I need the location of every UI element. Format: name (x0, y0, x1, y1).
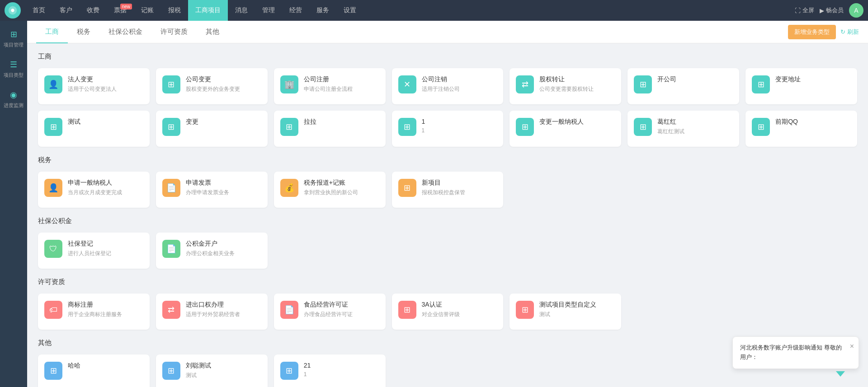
card-哈哈[interactable]: ⊞哈哈 (38, 354, 150, 387)
card-食品经营许可证[interactable]: 📄食品经营许可证办理食品经营许可证 (274, 294, 386, 330)
nav-item-客户[interactable]: 客户 (52, 0, 80, 21)
card-info-开公司: 开公司 (657, 75, 733, 85)
card-测试[interactable]: ⊞测试 (38, 111, 150, 147)
sidebar-item-进度监测[interactable]: ◉进度监测 (2, 86, 25, 112)
nav-item-记账[interactable]: 记账 (134, 0, 161, 21)
card-icon-食品经营许可证: 📄 (280, 301, 298, 319)
sub-tabs: 工商税务社保公积金许可资质其他新增业务类型↻刷新 (27, 21, 868, 43)
card-申请一般纳税人[interactable]: 👤申请一般纳税人当月或次月成变更完成 (38, 172, 150, 208)
card-name-前期QQ: 前期QQ (775, 118, 851, 126)
nav-item-票据[interactable]: 票据new (107, 0, 134, 21)
card-股权转让[interactable]: ⇄股权转让公司变更需要股权转让 (509, 68, 621, 104)
card-刘聪测试[interactable]: ⊞刘聪测试测试 (156, 354, 268, 387)
nav-items: 首页客户收费票据new记账报税工商项目消息管理经营服务设置 (25, 0, 795, 21)
nav-item-工商项目[interactable]: 工商项目 (188, 0, 228, 21)
logo[interactable] (5, 2, 21, 19)
nav-item-经营[interactable]: 经营 (282, 0, 309, 21)
card-变更[interactable]: ⊞变更 (156, 111, 268, 147)
card-name-变更一般纳税人: 变更一般纳税人 (539, 118, 615, 126)
card-name-申请发票: 申请发票 (186, 179, 261, 187)
section-title-工商: 工商 (38, 52, 857, 61)
nav-item-设置[interactable]: 设置 (336, 0, 363, 21)
new-type-button[interactable]: 新增业务类型 (788, 25, 836, 39)
card-公司注册[interactable]: 🏢公司注册申请公司注册全流程 (274, 68, 386, 104)
card-name-21: 21 (304, 362, 379, 369)
nav-item-收费[interactable]: 收费 (80, 0, 107, 21)
card-icon-前期QQ: ⊞ (752, 118, 770, 136)
card-icon-1: ⊞ (398, 118, 416, 136)
card-变更一般纳税人[interactable]: ⊞变更一般纳税人 (509, 111, 621, 147)
card-开公司[interactable]: ⊞开公司 (627, 68, 739, 104)
refresh-button[interactable]: ↻刷新 (840, 28, 859, 36)
top-nav: 首页客户收费票据new记账报税工商项目消息管理经营服务设置 ⛶ 全屏 ▶ 畅会员… (0, 0, 868, 21)
refresh-icon: ↻ (840, 28, 845, 35)
card-进出口权办理[interactable]: ⇄进出口权办理适用于对外贸易经营者 (156, 294, 268, 330)
card-name-公司注册: 公司注册 (304, 75, 379, 84)
card-name-开公司: 开公司 (657, 75, 733, 84)
card-社保登记[interactable]: 🛡社保登记进行人员社保登记 (38, 233, 150, 269)
card-icon-公司注销: ✕ (398, 75, 416, 93)
card-icon-新项目: ⊞ (398, 179, 416, 197)
cards-grid-社保公积金: 🛡社保登记进行人员社保登记📄公积金开户办理公积金相关业务 (38, 233, 857, 269)
card-desc-公司注册: 申请公司注册全流程 (304, 85, 379, 93)
nav-item-管理[interactable]: 管理 (255, 0, 282, 21)
card-desc-21: 1 (304, 371, 379, 378)
avatar[interactable]: A (849, 3, 863, 18)
nav-item-首页[interactable]: 首页 (25, 0, 52, 21)
nav-item-消息[interactable]: 消息 (228, 0, 255, 21)
card-info-进出口权办理: 进出口权办理适用于对外贸易经营者 (186, 301, 261, 318)
card-info-法人变更: 法人变更适用于公司变更法人 (68, 75, 143, 93)
sub-tab-许可资质[interactable]: 许可资质 (151, 21, 197, 43)
card-desc-葛红红: 葛红红测试 (657, 128, 733, 135)
sidebar-item-项目管理[interactable]: ⊞项目管理 (2, 25, 25, 52)
sidebar-icon-项目管理: ⊞ (8, 29, 19, 40)
sub-tab-税务[interactable]: 税务 (68, 21, 99, 43)
card-info-商标注册: 商标注册用于企业商标注册服务 (68, 301, 143, 318)
card-desc-公积金开户: 办理公积金相关业务 (186, 250, 261, 257)
card-公积金开户[interactable]: 📄公积金开户办理公积金相关业务 (156, 233, 268, 269)
card-info-变更一般纳税人: 变更一般纳税人 (539, 118, 615, 128)
card-info-葛红红: 葛红红葛红红测试 (657, 118, 733, 135)
card-name-股权转让: 股权转让 (539, 75, 615, 84)
card-税务报道+记账[interactable]: 💰税务报道+记账拿到营业执照的新公司 (274, 172, 386, 208)
card-desc-公司注销: 适用于注销公司 (422, 85, 497, 93)
card-3A认证[interactable]: ⊞3A认证对企业信誉评级 (392, 294, 504, 330)
nav-item-服务[interactable]: 服务 (309, 0, 336, 21)
sidebar-icon-进度监测: ◉ (8, 89, 19, 100)
card-新项目[interactable]: ⊞新项目报税加税控盘保管 (392, 172, 504, 208)
card-21[interactable]: ⊞211 (274, 354, 386, 387)
card-name-商标注册: 商标注册 (68, 301, 143, 309)
card-info-公司变更: 公司变更股权变更外的业务变更 (186, 75, 261, 93)
fullscreen-btn[interactable]: ⛶ 全屏 (795, 6, 814, 14)
sub-tab-其他[interactable]: 其他 (197, 21, 228, 43)
card-name-公司注销: 公司注销 (422, 75, 497, 84)
sub-tab-工商[interactable]: 工商 (36, 21, 68, 43)
notification-close-btn[interactable]: × (850, 340, 854, 352)
card-name-公积金开户: 公积金开户 (186, 240, 261, 248)
card-info-刘聪测试: 刘聪测试测试 (186, 362, 261, 379)
card-法人变更[interactable]: 👤法人变更适用于公司变更法人 (38, 68, 150, 104)
card-申请发票[interactable]: 📄申请发票办理申请发票业务 (156, 172, 268, 208)
card-icon-法人变更: 👤 (44, 75, 62, 93)
main-layout: ⊞项目管理☰项目类型◉进度监测 工商税务社保公积金许可资质其他新增业务类型↻刷新… (0, 21, 868, 387)
card-公司变更[interactable]: ⊞公司变更股权变更外的业务变更 (156, 68, 268, 104)
card-商标注册[interactable]: 🏷商标注册用于企业商标注册服务 (38, 294, 150, 330)
sub-tab-社保公积金[interactable]: 社保公积金 (99, 21, 151, 43)
card-测试项目类型自定义[interactable]: ⊞测试项目类型自定义测试 (509, 294, 621, 330)
nav-badge-new: new (120, 4, 132, 9)
card-葛红红[interactable]: ⊞葛红红葛红红测试 (627, 111, 739, 147)
card-name-3A认证: 3A认证 (422, 301, 497, 309)
cards-grid-许可资质: 🏷商标注册用于企业商标注册服务⇄进出口权办理适用于对外贸易经营者📄食品经营许可证… (38, 294, 857, 330)
sub-tabs-list: 工商税务社保公积金许可资质其他 (36, 21, 788, 43)
card-name-变更地址: 变更地址 (775, 75, 851, 84)
sidebar-item-项目类型[interactable]: ☰项目类型 (2, 56, 25, 82)
card-拉拉[interactable]: ⊞拉拉 (274, 111, 386, 147)
member-btn[interactable]: ▶ 畅会员 (820, 6, 844, 14)
nav-item-报税[interactable]: 报税 (161, 0, 188, 21)
card-公司注销[interactable]: ✕公司注销适用于注销公司 (392, 68, 504, 104)
card-变更地址[interactable]: ⊞变更地址 (745, 68, 857, 104)
notification-popup: × 河北税务数字账户升级影晌通知 尊敬的用户： (732, 336, 859, 369)
cards-grid-税务: 👤申请一般纳税人当月或次月成变更完成📄申请发票办理申请发票业务💰税务报道+记账拿… (38, 172, 857, 208)
card-1[interactable]: ⊞11 (392, 111, 504, 147)
card-前期QQ[interactable]: ⊞前期QQ (745, 111, 857, 147)
